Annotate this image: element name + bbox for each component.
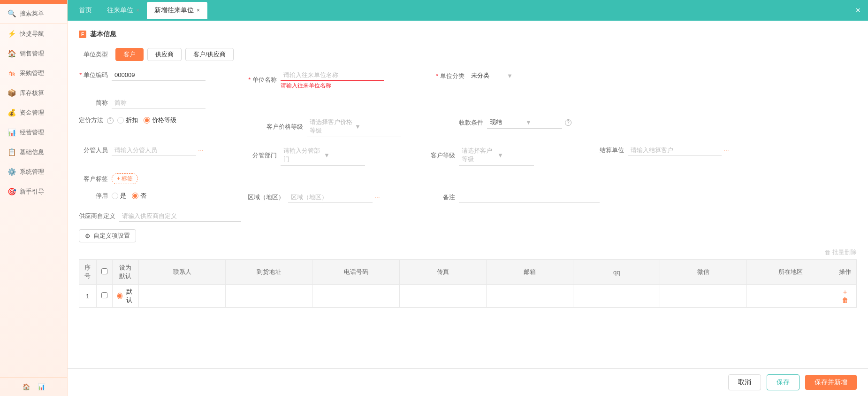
- disabled-yes-option[interactable]: 是: [112, 192, 126, 200]
- customer-price-placeholder: 请选择客户价格等级: [310, 118, 353, 135]
- save-new-button[interactable]: 保存并新增: [805, 375, 857, 390]
- disabled-yes-radio[interactable]: [112, 193, 118, 199]
- region-table-input[interactable]: [752, 291, 829, 302]
- col-region: 所在地区: [747, 260, 834, 285]
- pricing-help-icon[interactable]: ?: [107, 117, 114, 124]
- col-check: [96, 260, 112, 285]
- tab-partners-label: 往来单位: [107, 6, 133, 15]
- contact-table: 序号 设为默认 联系人 到货地址 电话号码 传真 邮箱 qq 微信 所在地区 操…: [79, 259, 857, 308]
- tab-partners-close[interactable]: ×: [136, 7, 139, 14]
- manager-more-btn[interactable]: ···: [196, 147, 206, 154]
- form-row-1: 单位编码 单位名称 请输入往来单位名称 单位分类 未分类 ▼: [79, 70, 857, 90]
- tabbar-close-all[interactable]: ×: [852, 6, 864, 16]
- region-input[interactable]: [288, 192, 373, 203]
- row-email[interactable]: [486, 285, 573, 308]
- tab-partners[interactable]: 往来单位 ×: [99, 2, 147, 19]
- email-input[interactable]: [491, 291, 568, 302]
- pricing-level-option[interactable]: 价格等级: [144, 116, 176, 124]
- disabled-field: 停用 是 否: [79, 192, 229, 200]
- unit-code-input[interactable]: [112, 70, 206, 81]
- col-qq: qq: [573, 260, 660, 285]
- select-all-checkbox[interactable]: [101, 268, 107, 274]
- unit-name-input[interactable]: [281, 70, 384, 81]
- department-label: 分管部门: [248, 151, 281, 160]
- sidebar-item-quick-nav[interactable]: ⚡ 快捷导航: [0, 24, 67, 44]
- department-select[interactable]: 请输入分管部门 ▼: [281, 145, 365, 166]
- customer-level-field: 客户等级 请选择客户等级 ▼: [426, 145, 576, 166]
- row-default-label: 默认: [124, 287, 134, 304]
- row-wechat[interactable]: [660, 285, 747, 308]
- unit-type-supplier-btn[interactable]: 供应商: [147, 48, 182, 61]
- pricing-level-label: 价格等级: [152, 116, 176, 124]
- sidebar-item-system[interactable]: ⚙️ 系统管理: [0, 162, 67, 182]
- row-default-cell: 默认: [112, 285, 138, 308]
- region-more-btn[interactable]: ···: [373, 194, 382, 201]
- short-name-input[interactable]: [112, 97, 206, 109]
- qq-input[interactable]: [578, 291, 655, 302]
- unit-type-label: 单位类型: [79, 50, 112, 59]
- unit-category-select[interactable]: 未分类 ▼: [468, 70, 543, 82]
- row-delete-btn[interactable]: 🗑: [840, 296, 850, 304]
- address-input[interactable]: [230, 291, 307, 302]
- disabled-no-radio[interactable]: [132, 193, 138, 199]
- row-default-radio[interactable]: [117, 293, 122, 299]
- payment-help-icon[interactable]: ?: [565, 119, 571, 126]
- remark-input[interactable]: [459, 192, 600, 203]
- sidebar-item-guide[interactable]: 🎯 新手引导: [0, 182, 67, 202]
- row-add-btn[interactable]: ＋: [840, 288, 850, 296]
- tab-home[interactable]: 首页: [71, 2, 99, 19]
- payment-select[interactable]: 现结 ▼: [487, 116, 562, 129]
- sidebar-sales-label: 销售管理: [20, 49, 44, 58]
- home-bottom-icon[interactable]: 🏠: [23, 383, 30, 390]
- tab-new-partner[interactable]: 新增往来单位 ×: [147, 2, 207, 19]
- tab-new-partner-label: 新增往来单位: [154, 6, 194, 15]
- disabled-no-option[interactable]: 否: [132, 192, 146, 200]
- batch-delete-icon[interactable]: 🗑: [824, 249, 830, 256]
- row-default-radio-option[interactable]: 默认: [117, 287, 134, 304]
- fax-input[interactable]: [404, 291, 481, 302]
- pricing-discount-radio[interactable]: [117, 117, 124, 124]
- sidebar-item-purchase[interactable]: 🛍 采购管理: [0, 63, 67, 83]
- form-row-3: 定价方法 ? 折扣 价格等级 客户价格等级 请选择客户价: [79, 116, 857, 137]
- manager-input[interactable]: [112, 145, 196, 156]
- settlement-input[interactable]: [628, 145, 722, 156]
- sidebar-item-inventory[interactable]: 📦 库存核算: [0, 83, 67, 103]
- pricing-discount-option[interactable]: 折扣: [117, 116, 138, 124]
- supplier-custom-input[interactable]: [119, 210, 241, 222]
- row-checkbox[interactable]: [101, 292, 107, 298]
- unit-type-both-btn[interactable]: 客户/供应商: [185, 48, 234, 61]
- supplier-custom-field: 供应商自定义: [79, 210, 266, 222]
- payment-field: 收款条件 现结 ▼ ?: [454, 116, 604, 129]
- row-region[interactable]: [747, 285, 834, 308]
- supplier-custom-label: 供应商自定义: [79, 212, 119, 220]
- row-address[interactable]: [226, 285, 312, 308]
- row-qq[interactable]: [573, 285, 660, 308]
- row-contact[interactable]: [139, 285, 226, 308]
- row-fax[interactable]: [399, 285, 486, 308]
- sidebar-purchase-label: 采购管理: [20, 69, 44, 78]
- tab-new-partner-close[interactable]: ×: [197, 7, 200, 14]
- sidebar-item-operations[interactable]: 📊 经营管理: [0, 123, 67, 142]
- wechat-input[interactable]: [665, 291, 742, 302]
- cancel-button[interactable]: 取消: [728, 374, 761, 390]
- save-button[interactable]: 保存: [767, 374, 799, 390]
- sidebar-finance-label: 资金管理: [20, 109, 44, 117]
- customer-level-placeholder: 请选择客户等级: [462, 147, 495, 163]
- unit-type-customer-btn[interactable]: 客户: [115, 48, 144, 61]
- pricing-level-radio[interactable]: [144, 117, 150, 124]
- sidebar-item-basic[interactable]: 📋 基础信息: [0, 142, 67, 162]
- chart-bottom-icon[interactable]: 📊: [38, 383, 45, 390]
- custom-settings-button[interactable]: ⚙ 自定义项设置: [79, 229, 136, 242]
- contact-input[interactable]: [144, 291, 221, 302]
- row-phone[interactable]: [312, 285, 399, 308]
- sidebar-item-search[interactable]: 🔍 搜索菜单: [0, 4, 67, 24]
- col-action: 操作: [834, 260, 856, 285]
- customer-level-select[interactable]: 请选择客户等级 ▼: [459, 145, 534, 166]
- settlement-more-btn[interactable]: ···: [722, 147, 731, 154]
- sidebar-item-finance[interactable]: 💰 资金管理: [0, 103, 67, 123]
- batch-delete-label[interactable]: 批量删除: [832, 248, 857, 256]
- sidebar-item-sales[interactable]: 🏠 销售管理: [0, 44, 67, 63]
- customer-price-select[interactable]: 请选择客户价格等级 ▼: [307, 116, 401, 137]
- phone-input[interactable]: [317, 291, 394, 302]
- tag-add-button[interactable]: + 标签: [112, 173, 138, 184]
